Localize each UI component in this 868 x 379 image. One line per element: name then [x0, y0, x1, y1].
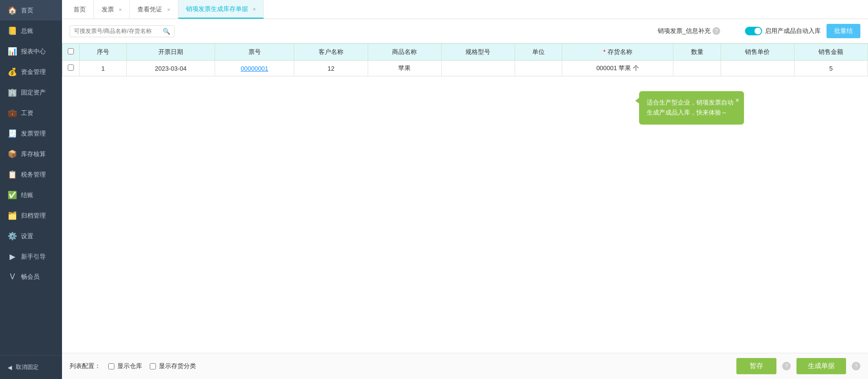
archive-icon: 🗂️	[8, 211, 17, 220]
sidebar-item-label: 固定资产	[21, 88, 46, 97]
toggle-label: 启用产成品自动入库	[765, 27, 821, 35]
table-wrap: 序号 开票日期 票号 客户名称 商品名称 规格型号 单位 存货名称 数量 销售单…	[62, 43, 868, 353]
th-checkbox	[62, 44, 80, 61]
sidebar-item-report-center[interactable]: 📊 报表中心	[0, 41, 62, 62]
generate-help-icon[interactable]: ?	[852, 362, 860, 370]
show-category-check[interactable]: 显示存货分类	[150, 362, 196, 370]
footer: 列表配置： 显示仓库 显示存货分类 暂存 ? 生成单据 ?	[62, 353, 868, 379]
sidebar-item-label: 首页	[21, 6, 33, 15]
info-label-text: 销项发票_信息补充	[658, 27, 711, 35]
sidebar-item-vip[interactable]: V 畅会员	[0, 267, 62, 287]
fund-icon: 💰	[8, 67, 17, 76]
inventory-icon: 📦	[8, 149, 17, 158]
sidebar-item-fund-management[interactable]: 💰 资金管理	[0, 62, 62, 82]
tab-sales-invoice-close[interactable]: ×	[253, 6, 256, 12]
td-unit	[515, 61, 562, 76]
auto-warehouse-toggle[interactable]	[745, 27, 762, 35]
td-date: 2023-03-04	[127, 61, 215, 76]
sidebar-item-label: 税务管理	[21, 170, 46, 179]
invoice-icon: 🧾	[8, 129, 17, 138]
sidebar-item-label: 归档管理	[21, 211, 46, 220]
vip-icon: V	[8, 273, 17, 281]
sidebar-item-fixed-assets[interactable]: 🏢 固定资产	[0, 82, 62, 103]
sidebar-item-closing[interactable]: ✅ 结账	[0, 185, 62, 205]
sidebar-item-label: 新手引导	[21, 253, 46, 261]
sidebar-item-wages[interactable]: 💼 工资	[0, 103, 62, 123]
show-warehouse-checkbox[interactable]	[108, 363, 114, 369]
sidebar-item-label: 资金管理	[21, 68, 46, 76]
tab-view-voucher-close[interactable]: ×	[167, 7, 170, 12]
sidebar-bottom: ◀ 取消固定	[0, 355, 62, 379]
assets-icon: 🏢	[8, 88, 17, 97]
tooltip-box: × 适合生产型企业，销项发票自动生成产成品入库，快来体验～	[639, 91, 744, 125]
tab-home[interactable]: 首页	[66, 0, 94, 19]
tab-invoice-close[interactable]: ×	[119, 7, 122, 12]
table-header-row: 序号 开票日期 票号 客户名称 商品名称 规格型号 单位 存货名称 数量 销售单…	[62, 44, 868, 61]
sidebar-item-inventory-check[interactable]: 📦 库存核算	[0, 144, 62, 164]
tab-bar: 首页 发票 × 查看凭证 × 销项发票生成库存单据 ×	[62, 0, 868, 19]
guide-icon: ▶	[8, 252, 17, 261]
select-all-checkbox[interactable]	[68, 48, 74, 54]
sidebar-item-invoice-management[interactable]: 🧾 发票管理	[0, 123, 62, 144]
th-ticket-no: 票号	[215, 44, 294, 61]
th-unit: 单位	[515, 44, 562, 61]
tab-home-label: 首页	[73, 5, 86, 14]
sidebar-item-home[interactable]: 🏠 首页	[0, 0, 62, 21]
search-icon: 🔍	[163, 28, 170, 35]
generate-button[interactable]: 生成单据	[796, 358, 846, 374]
sidebar-item-label: 工资	[21, 109, 33, 117]
tab-sales-invoice-label: 销项发票生成库存单据	[186, 5, 248, 13]
sidebar-item-new-guide[interactable]: ▶ 新手引导	[0, 246, 62, 267]
toggle-wrap: 启用产成品自动入库	[745, 27, 821, 35]
sidebar-item-label: 报表中心	[21, 47, 46, 56]
sidebar-item-tax-management[interactable]: 📋 税务管理	[0, 164, 62, 185]
toggle-knob	[754, 28, 761, 34]
sidebar-item-label: 结账	[21, 191, 33, 200]
row-checkbox[interactable]	[68, 64, 74, 71]
table-row: 1 2023-03-04 00000001 12 苹果 000001 苹果 个 …	[62, 61, 868, 76]
td-spec	[441, 61, 515, 76]
sidebar-item-archive-management[interactable]: 🗂️ 归档管理	[0, 205, 62, 226]
toolbar: 🔍 销项发票_信息补充 ? 启用产成品自动入库 批量结	[62, 19, 868, 43]
sidebar-item-label: 设置	[21, 232, 33, 241]
td-checkbox	[62, 61, 80, 76]
td-ticket-no[interactable]: 00000001	[215, 61, 294, 76]
td-sales-amount: 5	[794, 61, 868, 76]
search-input[interactable]	[74, 28, 160, 34]
info-help-icon[interactable]: ?	[713, 27, 720, 35]
save-help-icon[interactable]: ?	[782, 362, 791, 370]
th-product-name: 商品名称	[368, 44, 441, 61]
show-warehouse-check[interactable]: 显示仓库	[108, 362, 142, 370]
th-spec: 规格型号	[441, 44, 515, 61]
pin-toggle[interactable]: ◀ 取消固定	[0, 359, 62, 375]
td-quantity	[673, 61, 721, 76]
sidebar: 🏠 首页 📒 总账 📊 报表中心 💰 资金管理 🏢 固定资产 💼 工资 🧾 发票…	[0, 0, 62, 379]
batch-button[interactable]: 批量结	[827, 24, 860, 38]
th-customer: 客户名称	[294, 44, 368, 61]
save-button[interactable]: 暂存	[736, 358, 776, 374]
sidebar-item-label: 发票管理	[21, 129, 46, 138]
tab-invoice[interactable]: 发票 ×	[94, 0, 130, 19]
sidebar-item-label: 畅会员	[21, 273, 40, 281]
info-label: 销项发票_信息补充 ?	[658, 27, 720, 35]
tooltip-text: 适合生产型企业，销项发票自动生成产成品入库，快来体验～	[647, 99, 734, 116]
settings-icon: ⚙️	[8, 232, 17, 241]
ledger-icon: 📒	[8, 26, 17, 35]
show-category-label: 显示存货分类	[159, 362, 196, 370]
pin-label: 取消固定	[16, 363, 39, 371]
sidebar-item-general-ledger[interactable]: 📒 总账	[0, 21, 62, 41]
report-icon: 📊	[8, 47, 17, 56]
search-box[interactable]: 🔍	[70, 25, 175, 37]
list-config-label: 列表配置：	[70, 362, 101, 370]
sidebar-item-label: 库存核算	[21, 150, 46, 158]
show-warehouse-label: 显示仓库	[117, 362, 142, 370]
th-inventory-name: 存货名称	[562, 44, 673, 61]
sidebar-item-settings[interactable]: ⚙️ 设置	[0, 226, 62, 246]
show-category-checkbox[interactable]	[150, 363, 156, 369]
th-date: 开票日期	[127, 44, 215, 61]
th-seq: 序号	[80, 44, 127, 61]
tab-sales-invoice[interactable]: 销项发票生成库存单据 ×	[178, 0, 264, 19]
tab-view-voucher[interactable]: 查看凭证 ×	[130, 0, 178, 19]
tab-view-voucher-label: 查看凭证	[137, 5, 162, 14]
tooltip-close-button[interactable]: ×	[735, 95, 739, 105]
